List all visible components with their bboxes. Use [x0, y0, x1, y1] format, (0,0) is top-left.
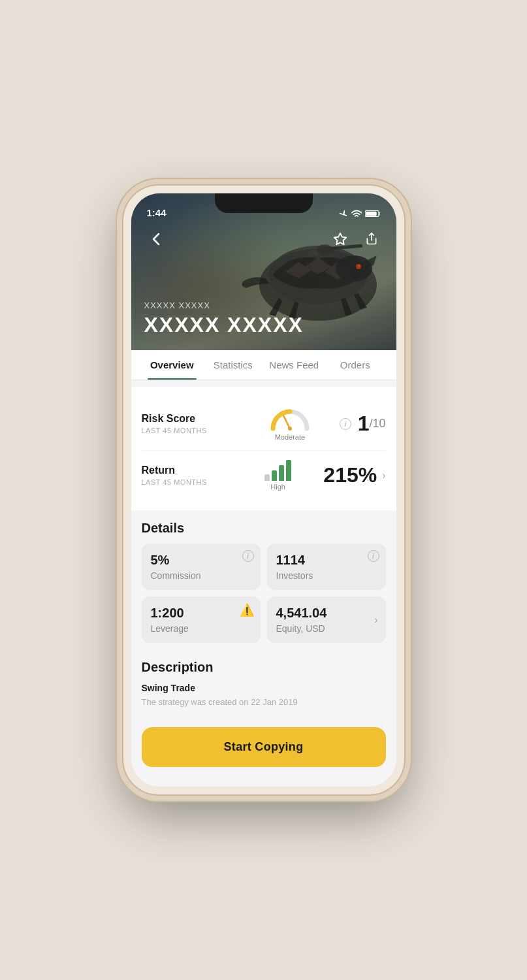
bar-3 — [279, 465, 284, 481]
risk-level-label: Moderate — [275, 433, 305, 441]
investors-value: 1114 — [276, 553, 377, 568]
detail-grid-top: 5% Commission i 1114 Investors i — [142, 544, 386, 590]
detail-grid-bottom: 1:200 Leverage ⚠️ 4,541.04 Equity, USD › — [142, 596, 386, 643]
risk-value: 1 — [358, 412, 370, 436]
commission-value: 5% — [151, 553, 251, 568]
svg-rect-11 — [366, 212, 377, 216]
return-card: Return LAST 45 MONTHS High — [142, 451, 386, 500]
hero-text: XXXXX XXXXX XXXXX XXXXX — [144, 301, 304, 337]
return-chart — [264, 460, 291, 481]
svg-point-4 — [358, 265, 360, 267]
svg-marker-8 — [334, 233, 345, 244]
return-chevron-icon[interactable]: › — [382, 470, 385, 482]
risk-label-group: Risk Score LAST 45 MONTHS — [142, 413, 241, 434]
equity-card[interactable]: 4,541.04 Equity, USD › — [267, 596, 386, 643]
risk-period: LAST 45 MONTHS — [142, 427, 241, 434]
risk-visual: Moderate — [240, 406, 340, 441]
metrics-section: Risk Score LAST 45 MONTHS — [131, 387, 396, 510]
airplane-icon — [338, 209, 348, 218]
back-button[interactable] — [144, 227, 168, 251]
leverage-value: 1:200 — [151, 606, 251, 621]
bar-1 — [264, 474, 270, 481]
risk-value-group: i — [340, 418, 351, 430]
equity-value: 4,541.04 — [276, 606, 377, 621]
description-section: Description Swing Trade The strategy was… — [131, 649, 396, 714]
hero-title: XXXXX XXXXX — [144, 313, 304, 337]
wifi-icon — [351, 210, 362, 218]
warning-icon: ⚠️ — [240, 603, 254, 617]
tab-statistics[interactable]: Statistics — [202, 350, 264, 380]
svg-line-12 — [283, 416, 290, 429]
risk-score-card: Risk Score LAST 45 MONTHS — [142, 397, 386, 451]
risk-title: Risk Score — [142, 413, 241, 425]
description-primary: Swing Trade — [142, 683, 386, 693]
return-title: Return — [142, 465, 232, 476]
tab-bar: Overview Statistics News Feed Orders — [131, 350, 396, 380]
risk-gauge — [269, 406, 311, 431]
commission-card: 5% Commission i — [142, 544, 261, 590]
description-secondary: The strategy was created on 22 Jan 2019 — [142, 696, 386, 709]
status-time: 1:44 — [147, 207, 167, 218]
equity-chevron-icon: › — [374, 614, 377, 626]
tab-overview[interactable]: Overview — [142, 350, 203, 380]
return-visual: High — [232, 460, 323, 491]
hero-image: 1:44 XXXXX XXXX — [131, 193, 396, 350]
return-value: 215% — [323, 463, 377, 487]
svg-point-13 — [288, 427, 292, 431]
bar-2 — [272, 470, 277, 481]
commission-info-icon[interactable]: i — [242, 550, 254, 562]
share-button[interactable] — [360, 227, 383, 251]
investors-info-icon[interactable]: i — [368, 550, 379, 562]
favorite-button[interactable] — [328, 227, 352, 251]
battery-icon — [365, 210, 381, 218]
status-icons — [338, 209, 381, 218]
risk-info-icon[interactable]: i — [340, 418, 351, 430]
return-period: LAST 45 MONTHS — [142, 478, 232, 486]
bar-4 — [286, 460, 291, 481]
start-copying-button[interactable]: Start Copying — [142, 727, 386, 767]
description-title: Description — [142, 660, 386, 675]
details-section: Details 5% Commission i 1114 — [131, 510, 396, 643]
investors-label: Investors — [276, 570, 377, 581]
hero-nav — [131, 222, 396, 256]
details-title: Details — [142, 521, 386, 536]
notch — [215, 193, 313, 213]
leverage-label: Leverage — [151, 623, 251, 634]
hero-subtitle: XXXXX XXXXX — [144, 301, 304, 310]
investors-card: 1114 Investors i — [267, 544, 386, 590]
commission-label: Commission — [151, 570, 251, 581]
content-area: Overview Statistics News Feed Orders Ris… — [131, 350, 396, 787]
tab-newsfeed[interactable]: News Feed — [264, 350, 325, 380]
return-level-label: High — [270, 483, 285, 491]
tab-orders[interactable]: Orders — [325, 350, 386, 380]
return-label-group: Return LAST 45 MONTHS — [142, 465, 232, 486]
leverage-card: 1:200 Leverage ⚠️ — [142, 596, 261, 643]
svg-point-2 — [336, 255, 372, 282]
cta-section: Start Copying — [131, 721, 396, 787]
equity-label: Equity, USD — [276, 623, 377, 634]
risk-unit: /10 — [369, 417, 385, 431]
